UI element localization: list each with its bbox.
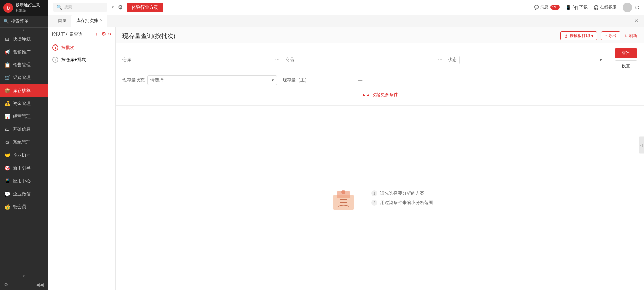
template-print-btn[interactable]: 🖨 按模板打印 ▾ <box>560 31 597 40</box>
page-title-bar: 现存量查询(按批次) 🖨 按模板打印 ▾ ↑ 导出 ↻ 刷新 <box>116 27 644 43</box>
sidebar-item-finance[interactable]: 💰 资金管理 <box>0 97 48 110</box>
settings-icon[interactable]: ⚙ <box>4 282 9 287</box>
app-download-item[interactable]: 📱 App下载 <box>566 4 588 10</box>
sidebar-item-system[interactable]: ⚙ 系统管理 <box>0 136 48 149</box>
nav-icon-wechat: 💬 <box>4 191 10 197</box>
refresh-btn[interactable]: ↻ 刷新 <box>624 33 637 39</box>
tab-close-icon[interactable]: ✕ <box>100 18 103 23</box>
user-avatar-item[interactable]: Rit <box>623 3 639 12</box>
sidebar-search[interactable]: 🔍 搜索菜单 <box>0 16 48 28</box>
collapse-more-btn[interactable]: ▲▲ 收起更多条件 <box>122 89 637 101</box>
refresh-label: 刷新 <box>629 33 637 39</box>
status-label: 状态 <box>448 57 457 63</box>
sidebar-item-operations[interactable]: 📊 经营管理 <box>0 110 48 123</box>
filter-inventory-status-field: 现存量状态 请选择 ▾ <box>122 75 277 85</box>
sidebar-item-sales[interactable]: 📋 销售管理 <box>0 58 48 71</box>
scroll-down[interactable]: ▼ <box>0 274 48 279</box>
sidebar-item-purchase[interactable]: 🛒 采购管理 <box>0 71 48 84</box>
query-btn[interactable]: 查询 <box>615 48 637 58</box>
settings-plan-icon[interactable]: ⚙ <box>101 31 106 38</box>
right-panel: 现存量查询(按批次) 🖨 按模板打印 ▾ ↑ 导出 ↻ 刷新 <box>116 27 644 290</box>
nav-label-quick-nav: 快捷导航 <box>13 36 31 42</box>
tip-text-2: 用过滤条件来缩小分析范围 <box>380 200 433 206</box>
tab-home[interactable]: 首页 <box>53 15 71 27</box>
topbar-search[interactable]: 🔍 搜索 <box>53 3 107 12</box>
settings-btn[interactable]: 设置 <box>615 60 637 71</box>
topbar-gear-icon[interactable]: ⚙ <box>118 4 123 11</box>
right-edge-toggle[interactable]: ◁ <box>639 137 644 154</box>
inventory-qty-max-input[interactable] <box>368 76 409 84</box>
nav-label-app-center: 应用中心 <box>13 178 31 184</box>
filter-row-2: 现存量状态 请选择 ▾ 现存量（主） — <box>122 75 637 85</box>
topbar: 🔍 搜索 ▾ ⚙ 体验行业方案 💬 消息 99+ 📱 App下载 🎧 在线客服 … <box>48 0 644 15</box>
user-name: Rit <box>633 5 639 10</box>
inventory-status-chevron: ▾ <box>272 78 274 83</box>
tab-inventory-batch[interactable]: 库存批次账 ✕ <box>71 15 107 27</box>
status-select[interactable]: ▾ <box>459 56 605 64</box>
tip-num-1: 1 <box>371 190 377 196</box>
inventory-status-placeholder: 请选择 <box>150 77 164 83</box>
warehouse-input[interactable] <box>134 56 272 64</box>
product-input[interactable] <box>297 56 435 64</box>
export-btn[interactable]: ↑ 导出 <box>601 31 620 40</box>
nav-icon-marketing: 📢 <box>4 49 10 55</box>
nav-label-operations: 经营管理 <box>13 113 31 120</box>
sidebar-item-newbie[interactable]: 🎯 新手引导 <box>0 162 48 175</box>
notifications-label: 消息 <box>540 4 548 10</box>
tip-num-2: 2 <box>371 200 377 206</box>
scroll-up[interactable]: ▲ <box>0 28 48 33</box>
tabs-close-all[interactable]: ✕ <box>634 18 639 24</box>
product-options-icon[interactable]: ··· <box>438 57 442 63</box>
sidebar-item-wechat[interactable]: 💬 企业微信 <box>0 187 48 200</box>
export-icon: ↑ <box>605 34 607 38</box>
industry-btn[interactable]: 体验行业方案 <box>127 3 163 12</box>
search-icon: 🔍 <box>56 5 62 10</box>
refresh-icon: ↻ <box>624 34 628 38</box>
inventory-qty-label: 现存量（主） <box>283 77 309 83</box>
nav-label-inventory: 库存核算 <box>13 88 31 94</box>
warehouse-options-icon[interactable]: ··· <box>275 57 279 63</box>
sidebar-item-member[interactable]: 👑 畅会员 <box>0 200 48 213</box>
filter-actions: 查询 设置 <box>615 48 637 71</box>
app-download-label: App下载 <box>572 4 588 10</box>
warehouse-label: 仓库 <box>122 57 131 63</box>
plan-active-icon: ● <box>52 44 58 51</box>
search-label: 搜索菜单 <box>11 18 29 24</box>
customer-service-label: 在线客服 <box>600 4 616 10</box>
collapse-panel-icon[interactable]: « <box>108 31 111 38</box>
sidebar-nav: ⊞ 快捷导航📢 营销推广📋 销售管理🛒 采购管理📦 库存核算💰 资金管理📊 经营… <box>0 33 48 274</box>
plan-item-warehouse-batch[interactable]: ○ 按仓库+批次 <box>48 54 115 66</box>
page-title-actions: 🖨 按模板打印 ▾ ↑ 导出 ↻ 刷新 <box>560 31 637 40</box>
nav-icon-quick-nav: ⊞ <box>4 36 10 42</box>
sidebar-item-marketing[interactable]: 📢 营销推广 <box>0 46 48 58</box>
left-panel-title: 按以下方案查询 <box>52 31 83 37</box>
sidebar-item-basic[interactable]: 🗂 基础信息 <box>0 123 48 136</box>
notifications-item[interactable]: 💬 消息 99+ <box>534 4 560 10</box>
nav-icon-system: ⚙ <box>4 139 10 145</box>
sidebar-item-enterprise[interactable]: 🤝 企业协同 <box>0 149 48 162</box>
plan-item-batch[interactable]: ● 按批次 <box>48 41 115 54</box>
add-plan-icon[interactable]: ＋ <box>94 31 99 38</box>
sidebar-item-quick-nav[interactable]: ⊞ 快捷导航 <box>0 33 48 46</box>
empty-tips: 1 请先选择要分析的方案 2 用过滤条件来缩小分析范围 <box>371 190 433 206</box>
phone-icon: 📱 <box>566 5 571 10</box>
nav-label-sales: 销售管理 <box>13 62 31 68</box>
app-subtitle: 标准版 <box>16 8 40 13</box>
customer-service-item[interactable]: 🎧 在线客服 <box>594 4 616 10</box>
sidebar-header: b 畅康通好生意 标准版 <box>0 0 48 16</box>
tab-home-label: 首页 <box>58 18 67 23</box>
inventory-status-label: 现存量状态 <box>122 77 145 83</box>
notification-badge: 99+ <box>550 5 560 10</box>
empty-tip-2: 2 用过滤条件来缩小分析范围 <box>371 200 433 206</box>
page-title: 现存量查询(按批次) <box>122 32 175 40</box>
topbar-dropdown-icon[interactable]: ▾ <box>112 5 114 10</box>
inventory-status-select[interactable]: 请选择 ▾ <box>147 75 277 85</box>
sidebar-item-app-center[interactable]: 📱 应用中心 <box>0 175 48 187</box>
nav-icon-newbie: 🎯 <box>4 165 10 171</box>
nav-label-system: 系统管理 <box>13 139 31 145</box>
collapse-icon[interactable]: ◀◀ <box>36 282 44 287</box>
inventory-qty-min-input[interactable] <box>312 76 353 84</box>
sidebar-item-inventory[interactable]: 📦 库存核算 <box>0 84 48 97</box>
nav-label-member: 畅会员 <box>13 204 26 210</box>
headset-icon: 🎧 <box>594 5 599 10</box>
